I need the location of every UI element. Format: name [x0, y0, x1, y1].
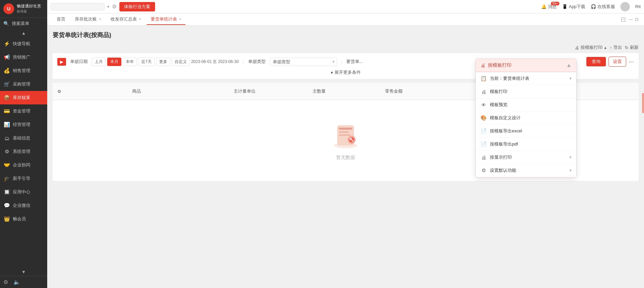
dropdown-printer-icon: 🖨	[480, 63, 485, 68]
user-avatar[interactable]	[620, 2, 630, 11]
scroll-up-btn[interactable]: ▲	[0, 29, 47, 37]
template-excel-label: 按模板导出excel	[490, 128, 522, 134]
search-menu[interactable]: 🔍 搜索菜单	[0, 18, 47, 29]
more-btn[interactable]: ···	[629, 58, 634, 65]
app-logo: U 畅捷通好生意 标准版	[0, 0, 47, 18]
sidebar-item-finance[interactable]: 💳 资金管理	[0, 104, 47, 118]
date-btn-more[interactable]: 更多	[156, 58, 170, 66]
settings-bottom-icon[interactable]: ⚙	[3, 279, 8, 285]
search-icon: 🔍	[3, 21, 9, 26]
sidebar-item-system[interactable]: ⚙ 系统管理	[0, 145, 47, 158]
template-print-icon: 🖨	[480, 89, 487, 95]
refresh-btn[interactable]: ↻ 刷新	[625, 44, 639, 51]
trial-btn[interactable]: 体验行业方案	[119, 2, 155, 11]
filter-toggle-btn[interactable]: ▶	[57, 58, 66, 66]
query-btn[interactable]: 查询	[586, 57, 606, 66]
date-btn-custom[interactable]: 自定义	[172, 58, 190, 66]
sidebar-item-marketing[interactable]: 📢 营销推广	[0, 51, 47, 64]
dropdown-current-icon: 📋	[480, 75, 487, 82]
default-func-arrow: ▾	[569, 168, 572, 173]
default-func-icon: ⚙	[480, 167, 487, 173]
tab-order-stats[interactable]: 要货单统计表 ×	[147, 14, 185, 25]
sidebar-label-wechat: 企业微信	[13, 202, 30, 209]
sidebar-item-member[interactable]: 👑 畅会员	[0, 212, 47, 226]
notice-btn[interactable]: 🔔 消息 99+	[541, 4, 557, 10]
tab-receipt-summary[interactable]: 收发存汇总表 ×	[107, 14, 145, 25]
expand-conditions-btn[interactable]: ▾ 展开更多条件	[331, 69, 361, 75]
topbar-search-input[interactable]	[51, 3, 105, 10]
sidebar-item-apps[interactable]: 🔲 应用中心	[0, 185, 47, 199]
date-btn-this-year[interactable]: 本年	[123, 58, 137, 66]
topbar: ▾ ⚙ 体验行业方案 🔔 消息 99+ 📱 App下载 🎧 在线客服 Rit	[47, 0, 644, 13]
col-unit: 主计量单位	[207, 86, 282, 97]
app-download-btn[interactable]: 📱 App下载	[562, 4, 585, 10]
export-btn[interactable]: ↑ 导出	[610, 44, 622, 51]
sidebar-icon-apps: 🔲	[3, 189, 10, 195]
tab-order-stats-close[interactable]: ×	[179, 17, 181, 22]
search-menu-label: 搜索菜单	[12, 21, 29, 27]
headset-icon: 🎧	[591, 4, 596, 9]
sidebar-item-wechat[interactable]: 💬 企业微信	[0, 199, 47, 212]
date-btn-7days[interactable]: 近7天	[138, 58, 155, 66]
empty-icon	[329, 120, 362, 151]
dropdown-item-template-print[interactable]: 🖨 模板打印	[476, 85, 576, 98]
dropdown-current-item[interactable]: 📋 当前：要货单统计表 ▾	[476, 72, 576, 85]
tab-inventory-batch[interactable]: 库存批次账 ×	[71, 14, 105, 25]
logo-text-block: 畅捷通好生意 标准版	[17, 4, 41, 14]
col-goods: 商品	[66, 86, 207, 97]
tab-receipt-summary-close[interactable]: ×	[139, 17, 141, 22]
expand-label: 展开更多条件	[334, 69, 361, 75]
dropdown-item-template-preview[interactable]: 👁 模板预览	[476, 98, 576, 111]
date-btn-this-month[interactable]: 本月	[107, 58, 121, 66]
sidebar: U 畅捷通好生意 标准版 🔍 搜索菜单 ▲ ⚡ 快捷导航 📢 营销推广 💰 销售…	[0, 0, 47, 288]
tab-inventory-batch-close[interactable]: ×	[99, 17, 101, 22]
template-preview-label: 模板预览	[490, 102, 507, 108]
dropdown-display-print[interactable]: 🖨 按显示打印 ▾	[476, 151, 576, 164]
printer-icon: 🖨	[575, 45, 579, 50]
topbar-gear-icon[interactable]: ⚙	[112, 3, 117, 10]
dropdown-item-template-excel[interactable]: 📄 按模板导出excel	[476, 125, 576, 138]
sidebar-icon-finance: 💳	[3, 108, 10, 115]
main-area: ▾ ⚙ 体验行业方案 🔔 消息 99+ 📱 App下载 🎧 在线客服 Rit 首…	[47, 0, 644, 288]
date-btn-last-month[interactable]: 上月	[92, 58, 106, 66]
username-label[interactable]: Rit	[635, 4, 641, 9]
logo-icon: U	[3, 3, 14, 14]
sidebar-icon-purchase: 🛒	[3, 81, 10, 88]
dropdown-default-func[interactable]: ⚙ 设置默认功能 ▾	[476, 164, 576, 177]
scroll-indicator[interactable]	[642, 93, 644, 113]
sidebar-item-enterprise[interactable]: 🤝 企业协同	[0, 158, 47, 172]
print-btn[interactable]: 🖨 按模板打印 ▲	[575, 44, 607, 51]
sidebar-item-guide[interactable]: 🎓 新手引导	[0, 172, 47, 185]
goods-column-label: 要货单...	[346, 59, 363, 65]
dropdown-current-label: 当前：要货单统计表	[490, 75, 529, 82]
top-actions: 🖨 按模板打印 ▲ ↑ 导出 ↻ 刷新	[53, 44, 639, 51]
sidebar-item-purchase[interactable]: 🛒 采购管理	[0, 77, 47, 91]
speaker-icon[interactable]: 🔈	[13, 279, 20, 285]
template-pdf-icon: 📄	[480, 141, 487, 147]
print-arrow: ▲	[604, 46, 607, 50]
dropdown-close-btn[interactable]: ▲	[566, 62, 572, 68]
filter-divider-1: |	[243, 59, 244, 64]
sidebar-item-sales[interactable]: 💰 销售管理	[0, 64, 47, 77]
dropdown-item-template-design[interactable]: 🎨 模板自定义设计	[476, 111, 576, 125]
sidebar-item-quick-nav[interactable]: ⚡ 快捷导航	[0, 37, 47, 51]
window-maximize-icon[interactable]: ⊡	[635, 17, 639, 22]
expand-icon: ▾	[331, 70, 333, 75]
window-minimize-icon[interactable]: —	[628, 17, 633, 22]
sidebar-item-basic[interactable]: 🗂 基础信息	[0, 131, 47, 145]
setting-btn[interactable]: 设置	[609, 57, 626, 67]
type-filter-select[interactable]: 单据类型	[270, 58, 337, 66]
dropdown-item-template-pdf[interactable]: 📄 按模板导出pdf	[476, 138, 576, 151]
sidebar-icon-wechat: 💬	[3, 202, 10, 209]
col-settings[interactable]: ⚙	[53, 86, 66, 97]
sidebar-item-inventory[interactable]: 📦 库存核算	[0, 91, 47, 104]
template-preview-icon: 👁	[480, 102, 487, 108]
tab-expand-btn[interactable]: ⊡	[621, 16, 626, 23]
service-btn[interactable]: 🎧 在线客服	[591, 4, 615, 10]
tab-home[interactable]: 首页	[53, 14, 69, 25]
topbar-dropdown-arrow[interactable]: ▾	[107, 4, 109, 9]
sidebar-item-operation[interactable]: 📊 经营管理	[0, 118, 47, 131]
scroll-down-btn[interactable]: ▼	[0, 268, 47, 276]
template-print-label: 模板打印	[490, 89, 507, 95]
dropdown-display-left: 🖨 按显示打印	[480, 154, 512, 160]
